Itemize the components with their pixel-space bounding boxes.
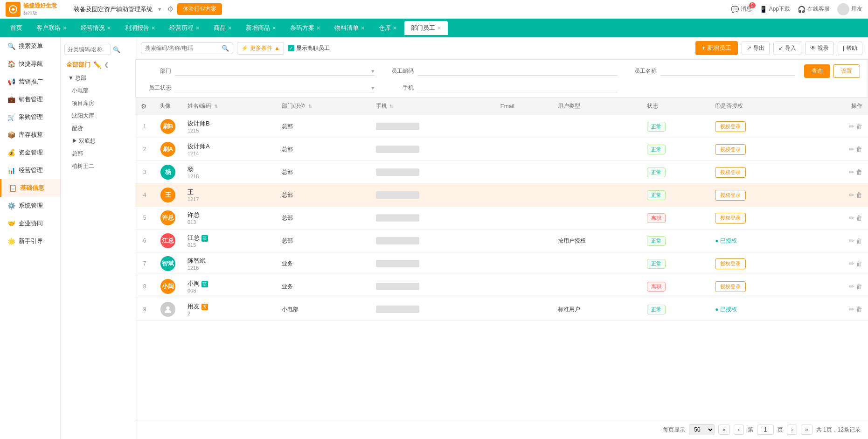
delete-button[interactable]: 🗑 — [856, 306, 862, 313]
auth-login-button[interactable]: 授权登录 — [715, 281, 746, 292]
dept-item-zhishu[interactable]: 植树王二 — [61, 160, 135, 173]
export-button[interactable]: ↗ 导出 — [742, 42, 770, 55]
edit-button[interactable]: ✏ — [849, 260, 854, 267]
close-icon[interactable]: ✕ — [228, 25, 232, 31]
user-avatar[interactable]: 用友 — [837, 3, 862, 15]
dept-dropdown-icon[interactable]: ▾ — [371, 68, 375, 75]
more-filter-button[interactable]: ⚡ 更多条件 ▲ — [237, 42, 284, 55]
auth-login-button[interactable]: 授权登录 — [715, 121, 746, 132]
edit-button[interactable]: ✏ — [849, 168, 854, 176]
nav-item-operation[interactable]: 经营情况 ✕ — [74, 21, 118, 35]
messages-button[interactable]: 💬 消息 5 — [731, 5, 752, 13]
nav-item-profit[interactable]: 利润报告 ✕ — [118, 21, 162, 35]
delete-button[interactable]: 🗑 — [856, 146, 862, 153]
sidebar-item-basic-info[interactable]: 📋 基础信息 — [0, 179, 60, 197]
edit-button[interactable]: ✏ — [849, 306, 854, 313]
close-icon[interactable]: ✕ — [62, 25, 67, 31]
dept-item-xdept[interactable]: 小电部 — [61, 84, 135, 97]
nav-item-add-goods[interactable]: 新增商品 ✕ — [239, 21, 283, 35]
nav-item-goods[interactable]: 商品 ✕ — [207, 21, 238, 35]
dept-item-hq[interactable]: ▼ 总部 — [61, 72, 135, 84]
edit-button[interactable]: ✏ — [849, 123, 854, 130]
dept-item-peihuo[interactable]: 配货 — [61, 122, 135, 135]
dept-item-projroom[interactable]: 项目库房 — [61, 97, 135, 110]
filter-emp-code-input[interactable] — [417, 67, 617, 76]
search-input[interactable] — [145, 45, 220, 51]
close-icon[interactable]: ✕ — [316, 25, 320, 31]
col-gear[interactable]: ⚙ — [135, 98, 154, 115]
dept-header[interactable]: 全部部门 ✏️ ❮ — [61, 58, 135, 72]
search-button[interactable]: 查询 — [804, 64, 830, 78]
sidebar-item-inventory[interactable]: 📦 库存核算 — [0, 126, 60, 144]
experience-button[interactable]: 体验行业方案 — [177, 3, 222, 15]
filter-phone-input[interactable] — [417, 84, 617, 92]
delete-button[interactable]: 🗑 — [856, 237, 862, 244]
dept-item-shuangdi[interactable]: ▶ 双底想 — [61, 135, 135, 147]
nav-item-history[interactable]: 经营历程 ✕ — [163, 21, 206, 35]
dept-item-shenyang[interactable]: 沈阳大库 — [61, 110, 135, 122]
col-dept[interactable]: 部门/职位 ⇅ — [276, 98, 370, 115]
dept-search-icon[interactable]: 🔍 — [113, 46, 120, 53]
per-page-select[interactable]: 50 100 — [689, 424, 715, 435]
close-icon[interactable]: ✕ — [107, 25, 111, 31]
nav-item-customer[interactable]: 客户联络 ✕ — [30, 21, 73, 35]
status-dropdown-icon[interactable]: ▾ — [371, 84, 375, 91]
dropdown-icon[interactable]: ▾ — [158, 6, 161, 13]
close-icon[interactable]: ✕ — [272, 25, 276, 31]
set-button[interactable]: 设置 — [833, 64, 860, 78]
col-name[interactable]: 姓名/编码 ⇅ — [182, 98, 276, 115]
delete-button[interactable]: 🗑 — [856, 123, 862, 130]
sidebar-item-shortcuts[interactable]: 🏠 快捷导航 — [0, 55, 60, 73]
delete-button[interactable]: 🗑 — [856, 283, 862, 290]
dept-item-zongbu[interactable]: 总部 — [61, 147, 135, 160]
nav-item-home[interactable]: 首页 — [4, 21, 29, 35]
edit-button[interactable]: ✏ — [849, 214, 854, 222]
close-icon[interactable]: ✕ — [361, 25, 365, 31]
import-button[interactable]: ↙ 导入 — [773, 42, 801, 55]
sidebar-item-finance[interactable]: 💰 资金管理 — [0, 144, 60, 161]
auth-login-button[interactable]: 授权登录 — [715, 213, 746, 223]
delete-button[interactable]: 🗑 — [856, 214, 862, 222]
sidebar-item-management[interactable]: 📊 经营管理 — [0, 161, 60, 179]
close-icon[interactable]: ✕ — [151, 25, 155, 31]
app-download-button[interactable]: 📱 App下载 — [759, 5, 790, 13]
delete-button[interactable]: 🗑 — [856, 191, 862, 199]
dept-search-input[interactable] — [64, 44, 111, 55]
settings-icon[interactable]: ⚙ — [167, 5, 174, 14]
nav-item-employees[interactable]: 部门员工 ✕ — [404, 21, 448, 35]
nav-item-warehouse[interactable]: 仓库 ✕ — [372, 21, 403, 35]
delete-button[interactable]: 🗑 — [856, 168, 862, 176]
page-number-input[interactable] — [757, 425, 774, 435]
auth-login-button[interactable]: 授权登录 — [715, 167, 746, 178]
view-button[interactable]: 👁 视录 — [805, 42, 834, 55]
sidebar-item-search[interactable]: 🔍 搜索菜单 — [0, 37, 60, 55]
close-icon[interactable]: ✕ — [437, 25, 441, 31]
filter-dept-input[interactable] — [175, 67, 371, 75]
filter-status-input[interactable] — [175, 84, 371, 92]
nav-item-bom[interactable]: 物料清单 ✕ — [328, 21, 371, 35]
next-page-button[interactable]: › — [787, 425, 797, 435]
search-icon[interactable]: 🔍 — [222, 45, 229, 52]
filter-emp-name-input[interactable] — [660, 67, 795, 76]
add-employee-button[interactable]: + 新增员工 — [695, 41, 738, 55]
last-page-button[interactable]: » — [801, 425, 812, 435]
edit-button[interactable]: ✏ — [849, 146, 854, 153]
edit-button[interactable]: ✏ — [849, 237, 854, 244]
delete-button[interactable]: 🗑 — [856, 260, 862, 267]
sidebar-item-guide[interactable]: 🌟 新手引导 — [0, 232, 60, 250]
close-icon[interactable]: ✕ — [195, 25, 200, 31]
help-button[interactable]: | 帮助 — [838, 42, 862, 55]
sidebar-item-purchase[interactable]: 🛒 采购管理 — [0, 108, 60, 126]
col-auth[interactable]: ①是否授权 — [709, 98, 805, 115]
close-icon[interactable]: ✕ — [393, 25, 397, 31]
sidebar-item-system[interactable]: ⚙️ 系统管理 — [0, 197, 60, 215]
edit-dept-icon[interactable]: ✏️ — [93, 61, 101, 69]
auth-login-button[interactable]: 授权登录 — [715, 258, 746, 269]
sidebar-item-marketing[interactable]: 📢 营销推广 — [0, 73, 60, 91]
edit-button[interactable]: ✏ — [849, 191, 854, 199]
sidebar-item-sales[interactable]: 💼 销售管理 — [0, 91, 60, 108]
online-service-button[interactable]: 🎧 在线客服 — [798, 5, 830, 13]
show-resigned-check[interactable]: ✓ 显示离职员工 — [288, 44, 330, 52]
collapse-icon[interactable]: ❮ — [104, 62, 109, 68]
col-phone[interactable]: 手机 ⇅ — [370, 98, 495, 115]
